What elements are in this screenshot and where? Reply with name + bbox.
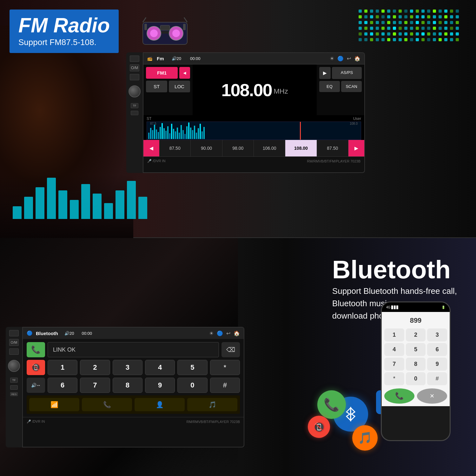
bluetooth-icon: 🔵 [337,56,344,62]
eq-button[interactable]: EQ [319,81,340,92]
fm-play-asps-row: ▶ AS/PS [319,67,362,79]
loc-button[interactable]: LOC [169,81,190,92]
dot-pattern-cell [404,27,407,30]
phone-cancel-button[interactable]: ✕ [417,388,447,404]
key-9[interactable]: 9 [145,378,175,393]
phone-key-8[interactable]: 8 [406,358,426,371]
dot-pattern-cell [404,38,407,41]
key-3[interactable]: 3 [113,360,142,375]
freq-item-90-00[interactable]: 90.00 [191,140,222,156]
fm-spectrum-bars [148,122,360,139]
phone-key-3[interactable]: 3 [427,328,447,341]
bt-func-music-button[interactable]: 🎵 [187,398,237,411]
key-7[interactable]: 7 [80,378,110,393]
bt-vol-transfer-button[interactable]: 🔊↔ [27,378,45,393]
bt-home-icon: 🏠 [234,330,240,336]
phone-key-star[interactable]: * [384,372,404,385]
dot-pattern-cell [450,15,453,18]
phone-key-4[interactable]: 4 [384,343,404,356]
dot-pattern-cell [439,10,442,13]
phone-call-button[interactable]: 📞 [384,388,414,404]
volume-knob[interactable] [129,85,141,97]
phone-key-2[interactable]: 2 [406,328,426,341]
fm-play-button[interactable]: ▶ [319,67,331,79]
bt-backspace-button[interactable]: ⌫ [221,342,240,357]
dot-pattern-cell [399,32,402,36]
bt-mode-icon: 🔵 [27,330,33,336]
key-1[interactable]: 1 [48,360,77,375]
dot-pattern-cell [376,21,379,24]
dot-pattern-cell [404,15,407,18]
power-button[interactable]: O/M [130,64,139,71]
st-button[interactable]: ST [146,81,167,92]
phone-key-hash[interactable]: # [427,372,447,385]
dot-pattern-cell [359,27,362,30]
key-2[interactable]: 2 [80,360,110,375]
bt-call-button[interactable]: 📞 [27,342,45,357]
freq-item-87-50[interactable]: 87.50 [159,140,191,156]
dot-pattern-cell [439,38,442,41]
bt-hangup-button[interactable]: 📵 [27,360,45,375]
asps-button[interactable]: AS/PS [332,67,362,79]
bt-volume-knob[interactable] [8,360,20,372]
dot-pattern-cell [376,15,379,18]
fm-freq-range-right: 108.0 [350,122,358,125]
key-4[interactable]: 4 [145,360,175,375]
freq-item-98-00[interactable]: 98.00 [222,140,254,156]
bt-next-button[interactable] [9,348,19,355]
prev-button[interactable] [130,56,139,62]
bt-prev-button[interactable] [9,330,19,336]
freq-item-108-00-active[interactable]: 108.00 [285,140,317,156]
fm-eq-scan-row: EQ SCAN [319,81,362,92]
phone-key-1[interactable]: 1 [384,328,404,341]
tf-button[interactable]: TF [131,103,138,108]
dot-pattern-cell [439,15,442,18]
bt-keypad-row1: 📵 1 2 3 4 5 * [27,360,240,375]
phone-key-6[interactable]: 6 [427,343,447,356]
dot-pattern-cell [433,38,436,41]
eq-bar [13,206,22,219]
fm-tuner-section: ST User 87.5 108.0 [143,115,364,140]
bt-func-contacts-button[interactable]: 👤 [135,398,185,411]
bt-res-button[interactable]: RES [10,392,18,396]
bt-power-button[interactable]: O/M [9,339,19,346]
fm-frequency-display: 108.00 MHz [193,64,317,115]
next-button[interactable] [130,74,139,80]
phone-key-9[interactable]: 9 [427,358,447,371]
dot-pattern-cell [387,27,390,30]
dot-pattern-cell [364,15,367,18]
key-8[interactable]: 8 [113,378,142,393]
key-0[interactable]: 0 [177,378,207,393]
dot-pattern-cell [427,21,430,24]
dot-pattern-cell [416,15,419,18]
freq-item-106-00[interactable]: 106.00 [254,140,285,156]
bt-func-eq-button[interactable]: 📶 [29,398,79,411]
fm-freq-prev-button[interactable]: ◄ [143,140,159,156]
bt-sun-icon: ☀ [209,330,214,336]
dot-pattern-cell [427,10,430,13]
eq-bar [127,181,136,219]
key-hash[interactable]: # [210,378,240,393]
fm-freq-next-button[interactable]: ► [348,140,364,156]
fm1-button[interactable]: FM1 [146,67,178,79]
bt-footer-left: 🎤 /DVR IN [27,420,45,424]
dot-pattern-cell [421,10,425,13]
dot-pattern-cell [439,27,442,30]
bt-func-call-list-button[interactable]: 📞 [82,398,132,411]
phone-key-0[interactable]: 0 [406,372,426,385]
key-star[interactable]: * [210,360,240,375]
dot-pattern-cell [359,15,362,18]
key-5[interactable]: 5 [177,360,207,375]
dot-pattern-cell [393,27,396,30]
phone-key-7[interactable]: 7 [384,358,404,371]
scan-button[interactable]: SCAN [341,81,362,92]
freq-item-87-50b[interactable]: 87.50 [317,140,348,156]
dot-pattern-cell [421,32,425,36]
fm-subtitle: Support FM87.5-108. [18,37,110,47]
dot-pattern-cell [444,32,447,36]
key-6[interactable]: 6 [48,378,77,393]
phone-key-5[interactable]: 5 [406,343,426,356]
dot-pattern-cell [433,15,436,18]
fm-prev-freq-button[interactable]: ◄ [179,67,190,79]
res-button[interactable] [131,111,138,115]
